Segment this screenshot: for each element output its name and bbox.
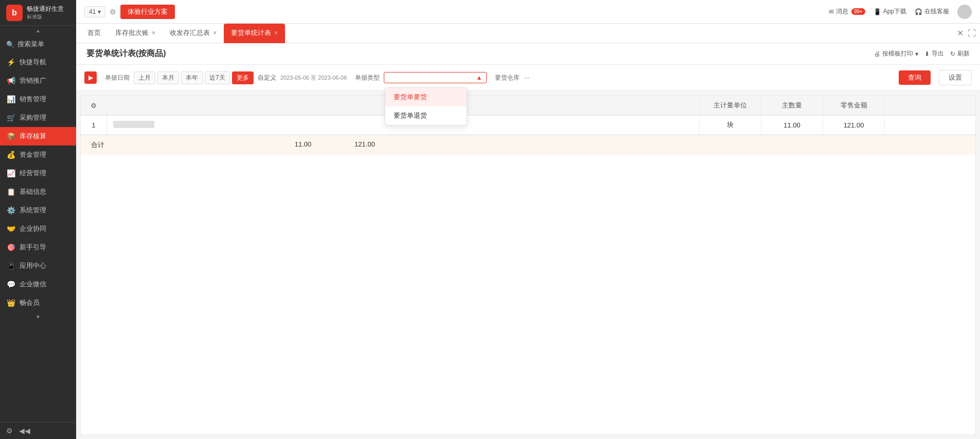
settings-bottom-icon[interactable]: ⚙ <box>6 427 13 435</box>
tab-home[interactable]: 首页 <box>80 24 108 43</box>
export-btn[interactable]: ⬇ 导出 <box>924 49 944 58</box>
sidebar-bottom: ⚙ ◀◀ <box>0 422 76 439</box>
logo-area: b 畅捷通好生意 标准版 <box>0 0 76 26</box>
system-icon: ⚙️ <box>6 206 15 214</box>
tabs-close-all-icon[interactable]: ✕ <box>957 28 964 38</box>
store-selector[interactable]: 41 ▾ <box>84 6 105 17</box>
dropdown-item-return-order[interactable]: 要货单退货 <box>385 106 467 125</box>
sidebar: b 畅捷通好生意 标准版 ▲ 🔍 搜索菜单 ⚡ 快捷导航 📢 营销推广 📊 销售… <box>0 0 76 439</box>
filter-toggle-btn[interactable]: ▶ <box>84 71 97 84</box>
prev-month-btn[interactable]: 上月 <box>134 71 155 84</box>
refresh-btn[interactable]: ↻ 刷新 <box>950 49 970 58</box>
col-amount: 零售金额 <box>823 96 885 116</box>
trial-btn[interactable]: 体验行业方案 <box>120 5 175 19</box>
user-avatar[interactable] <box>957 5 972 19</box>
settings-filter-btn[interactable]: 设置 <box>939 70 972 85</box>
sidebar-item-operations[interactable]: 📈 经营管理 <box>0 164 76 182</box>
page-title: 要货单统计表(按商品) <box>86 48 166 59</box>
sidebar-item-quick-nav[interactable]: ⚡ 快捷导航 <box>0 53 76 71</box>
printer-icon: 🖨 <box>874 50 880 58</box>
table-footer: 合计 11.00 121.00 <box>81 135 975 155</box>
footer-qty: 11.00 <box>272 140 334 150</box>
col-spacer <box>885 96 975 116</box>
current-year-btn[interactable]: 本年 <box>181 71 203 84</box>
query-btn[interactable]: 查询 <box>899 70 931 85</box>
type-select[interactable]: ▲ <box>384 72 487 83</box>
sidebar-scroll-up[interactable]: ▲ <box>0 26 76 35</box>
app-download-action[interactable]: 📱 App下载 <box>874 7 906 16</box>
date-buttons: 上月 本月 本年 近7天 更多 <box>134 71 254 84</box>
table-header-row: ⚙ 商品 主计量单位 主数量 零售金额 <box>81 96 975 116</box>
data-table-container: ⚙ 商品 主计量单位 主数量 零售金额 1 <box>80 95 976 435</box>
tab-close-inventory-batch[interactable]: × <box>152 29 155 36</box>
sidebar-item-vip[interactable]: 👑 畅会员 <box>0 294 76 312</box>
type-filter-group: 单据类型 ▲ <box>355 72 487 83</box>
col-unit: 主计量单位 <box>700 96 761 116</box>
last7days-btn[interactable]: 近7天 <box>205 71 230 84</box>
sidebar-item-inventory[interactable]: 📦 库存核算 <box>0 127 76 145</box>
current-month-btn[interactable]: 本月 <box>157 71 179 84</box>
search-icon: 🔍 <box>6 41 14 48</box>
data-table: ⚙ 商品 主计量单位 主数量 零售金额 1 <box>81 96 975 135</box>
tab-close-receivable-summary[interactable]: × <box>213 29 217 36</box>
online-service-action[interactable]: 🎧 在线客服 <box>915 7 949 16</box>
messages-action[interactable]: ✉ 消息 99+ <box>829 7 865 16</box>
page-actions: 🖨 按模板打印 ▾ ⬇ 导出 ↻ 刷新 <box>874 49 970 58</box>
type-chevron-up-icon: ▲ <box>476 74 482 81</box>
sidebar-search[interactable]: 🔍 搜索菜单 <box>0 35 76 53</box>
messages-icon: ✉ <box>829 8 834 15</box>
col-settings[interactable]: ⚙ <box>81 96 106 116</box>
sidebar-item-sales[interactable]: 📊 销售管理 <box>0 90 76 108</box>
warehouse-dots-icon[interactable]: ··· <box>524 74 530 82</box>
app-download-icon: 📱 <box>874 8 881 15</box>
tab-order-stats[interactable]: 要货单统计表 × <box>224 24 285 43</box>
marketing-icon: 📢 <box>6 77 15 85</box>
product-name-placeholder <box>113 121 154 128</box>
sidebar-item-finance[interactable]: 💰 资金管理 <box>0 145 76 164</box>
footer-label: 合计 <box>87 140 210 150</box>
table-row: 1 块 11.00 121.00 <box>81 116 975 135</box>
tab-receivable-summary[interactable]: 收发存汇总表 × <box>163 24 224 43</box>
topbar-gear-icon[interactable]: ⚙ <box>110 8 116 16</box>
print-chevron-icon: ▾ <box>915 50 918 58</box>
tabs-expand-icon[interactable]: ⛶ <box>968 29 976 38</box>
operations-icon: 📈 <box>6 169 15 177</box>
headset-icon: 🎧 <box>915 8 922 15</box>
topbar: 41 ▾ ⚙ 体验行业方案 ✉ 消息 99+ 📱 App下载 🎧 在线客服 <box>76 0 980 24</box>
sidebar-item-wechat[interactable]: 💬 企业微信 <box>0 275 76 294</box>
sidebar-item-purchase[interactable]: 🛒 采购管理 <box>0 108 76 127</box>
tab-close-order-stats[interactable]: × <box>274 29 278 36</box>
sidebar-scroll-down[interactable]: ▼ <box>0 312 76 322</box>
sidebar-item-guide[interactable]: 🎯 新手引导 <box>0 238 76 257</box>
col-settings-icon: ⚙ <box>91 102 97 109</box>
cell-amount: 121.00 <box>823 116 885 135</box>
page-content: 要货单统计表(按商品) 🖨 按模板打印 ▾ ⬇ 导出 ↻ 刷新 ▶ <box>76 43 980 439</box>
logo-text: 畅捷通好生意 标准版 <box>27 5 64 20</box>
print-template-btn[interactable]: 🖨 按模板打印 ▾ <box>874 49 918 58</box>
dropdown-item-purchase-order[interactable]: 要货单要货 <box>385 88 467 106</box>
page-header: 要货单统计表(按商品) 🖨 按模板打印 ▾ ⬇ 导出 ↻ 刷新 <box>76 43 980 65</box>
sidebar-item-basic-info[interactable]: 📋 基础信息 <box>0 182 76 201</box>
more-dates-btn[interactable]: 更多 <box>232 71 254 84</box>
date-filter-group: 单据日期 上月 本月 本年 近7天 更多 自定义 2023-05-06 至 20… <box>105 71 347 84</box>
topbar-left: 41 ▾ ⚙ 体验行业方案 <box>84 5 824 19</box>
vip-icon: 👑 <box>6 299 15 307</box>
cell-spacer <box>885 116 975 135</box>
refresh-icon: ↻ <box>950 50 955 58</box>
sidebar-item-app-center[interactable]: 📱 应用中心 <box>0 257 76 275</box>
logo-icon: b <box>6 5 23 21</box>
sidebar-item-system[interactable]: ⚙️ 系统管理 <box>0 201 76 220</box>
sales-icon: 📊 <box>6 95 15 103</box>
app-center-icon: 📱 <box>6 262 15 270</box>
export-icon: ⬇ <box>924 50 930 58</box>
sidebar-item-enterprise[interactable]: 🤝 企业协同 <box>0 220 76 238</box>
collapse-sidebar-icon[interactable]: ◀◀ <box>19 427 30 435</box>
purchase-icon: 🛒 <box>6 114 15 122</box>
type-select-value <box>388 74 390 81</box>
filter-bar: ▶ 单据日期 上月 本月 本年 近7天 更多 自定义 2023-05-06 至 … <box>76 65 980 91</box>
warehouse-filter-group: 要货仓库 ··· <box>495 74 530 82</box>
cell-seq: 1 <box>81 116 106 135</box>
footer-spacer-unit <box>210 140 272 150</box>
tab-inventory-batch[interactable]: 库存批次账 × <box>108 24 163 43</box>
sidebar-item-marketing[interactable]: 📢 营销推广 <box>0 71 76 90</box>
